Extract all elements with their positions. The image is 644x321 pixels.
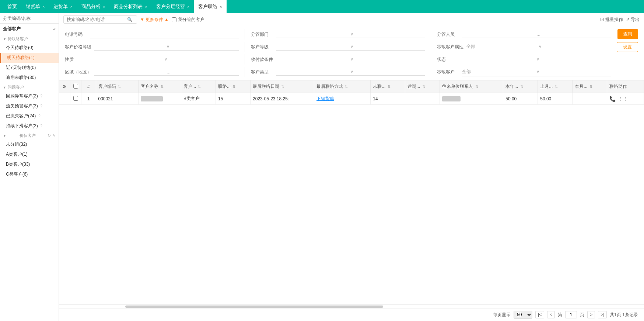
action-menu-icon[interactable]: ⋮⋮	[618, 96, 628, 102]
col-last-contact-method[interactable]: 最后联络方式 ⇅	[314, 80, 371, 93]
status-select[interactable]: ∨	[462, 56, 611, 63]
manager-select[interactable]: …	[462, 31, 611, 38]
main-layout: 🔍 全部客户 « 待联络客户 今天待联络(0) 明天待联络(1) 近7天待联络(…	[0, 13, 644, 321]
last-contact-link[interactable]: 下销货单	[316, 96, 334, 101]
refresh-icon[interactable]: ↻	[48, 133, 51, 138]
filter-more-btn[interactable]: ▼ 更多条件 ▲	[140, 17, 169, 23]
filter-search-icon[interactable]: 🔍	[127, 17, 133, 22]
row-customer-type: B类客户	[181, 93, 216, 105]
scatter-attr-select[interactable]: 全部 ∨	[466, 42, 611, 51]
table-row: 1 000021 B类客户 15 2023-05-23 18:25: 下销货单 …	[59, 93, 644, 105]
horizontal-scrollbar[interactable]	[125, 306, 383, 308]
page-input[interactable]	[565, 311, 577, 318]
action-icons: 📞 ⋮⋮	[609, 96, 641, 102]
set-button[interactable]: 设置	[617, 42, 638, 52]
col-overdue[interactable]: 逾期... ⇅	[405, 80, 440, 93]
col-last-contact-date[interactable]: 最后联络日期 ⇅	[251, 80, 314, 93]
close-sales-icon[interactable]: ×	[42, 4, 45, 9]
close-customer-tier-icon[interactable]: ×	[187, 4, 189, 9]
col-contacts[interactable]: 往来单位联系人 ⇅	[440, 80, 503, 93]
action-phone-icon[interactable]: 📞	[609, 96, 616, 102]
customer-level-select[interactable]: ∨	[276, 43, 425, 51]
filter-search-input[interactable]	[67, 17, 126, 22]
sidebar-item-churn-warning[interactable]: 流失预警客户(3) ?	[0, 101, 59, 111]
region-select[interactable]: …	[94, 69, 239, 76]
scatter-attr-chevron: ∨	[539, 44, 611, 49]
batch-op-label: 批量操作	[605, 17, 623, 23]
sidebar-item-declining[interactable]: 持续下滑客户(2) ?	[0, 121, 59, 131]
region-chevron: …	[167, 70, 239, 74]
sidebar-group-value-label: 价值客户	[20, 133, 36, 138]
select-all-checkbox[interactable]	[73, 84, 78, 89]
col-customer-code[interactable]: 客户编码 ⇅	[96, 80, 139, 93]
sidebar-item-today[interactable]: 今天待联络(0)	[0, 43, 59, 53]
sidebar-item-7days[interactable]: 近7天待联络(0)	[0, 63, 59, 73]
nav-product-analysis[interactable]: 商品分析 ×	[77, 0, 109, 13]
col-customer-type[interactable]: 客户... ⇅	[181, 80, 216, 93]
col-no-contact[interactable]: 未联... ⇅	[371, 80, 405, 93]
sidebar-item-repurchase-abnormal[interactable]: 回购异常客户(2) ?	[0, 91, 59, 101]
sidebar-item-overdue[interactable]: 逾期未联络(30)	[0, 73, 59, 83]
sidebar-item-tomorrow[interactable]: 明天待联络(1)	[0, 53, 59, 63]
sidebar-search-input[interactable]	[3, 16, 58, 21]
scatter-attr-value: 全部	[466, 44, 539, 50]
nature-select[interactable]: ∨	[90, 56, 239, 63]
col-this-month[interactable]: 本月... ⇅	[573, 80, 607, 93]
row-this-year: 50.00	[503, 93, 538, 105]
sidebar-item-churned[interactable]: 已流失客户(24) ?	[0, 111, 59, 121]
scatter-attr-label: 零散客户属性	[437, 44, 463, 50]
export-btn[interactable]: ↗ 导出	[626, 17, 640, 23]
my-customers-checkbox[interactable]	[172, 17, 176, 22]
sort-no-contact-icon: ⇅	[388, 84, 391, 89]
nav-purchase[interactable]: 进货单 ×	[49, 0, 77, 13]
row-index: 1	[81, 93, 96, 105]
query-button[interactable]: 查询	[617, 29, 638, 39]
sidebar-group-value: 价值客户 ↻ ✎	[0, 131, 59, 139]
collapse-icon[interactable]: «	[53, 27, 56, 32]
next-page-btn[interactable]: >	[587, 311, 595, 318]
row-last-contact-method: 下销货单	[314, 93, 371, 105]
my-customers-checkbox-label[interactable]: 我分管的客户	[172, 17, 204, 23]
col-contact-count[interactable]: 联络... ⇅	[216, 80, 251, 93]
col-customer-name[interactable]: 客户名称 ⇅	[139, 80, 181, 93]
prev-page-btn[interactable]: <	[547, 311, 555, 318]
nav-customer-contact[interactable]: 客户联络 ×	[194, 0, 226, 13]
sidebar-item-class-a[interactable]: A类客户(1)	[0, 149, 59, 159]
first-page-btn[interactable]: |<	[535, 311, 544, 318]
field-payment: 收付款条件 ∨	[251, 56, 425, 63]
nav-sales[interactable]: 销货单 ×	[21, 0, 49, 13]
row-checkbox[interactable]	[73, 96, 78, 101]
sidebar-item-class-c[interactable]: C类客户(6)	[0, 169, 59, 179]
scatter-customer-select[interactable]: 全部 ∨	[462, 68, 611, 76]
last-page-btn[interactable]: >|	[598, 311, 607, 318]
payment-label: 收付款条件	[251, 56, 273, 63]
nav-customer-tier[interactable]: 客户分层经营 ×	[152, 0, 194, 13]
sort-overdue-icon: ⇅	[422, 84, 425, 89]
sidebar-all-customers-label: 全部客户	[3, 26, 21, 32]
sidebar-item-class-b[interactable]: B类客户(33)	[0, 159, 59, 169]
close-product-analysis-icon[interactable]: ×	[103, 4, 105, 9]
field-scatter-customer: 零散客户 全部 ∨	[437, 68, 611, 76]
batch-op-btn[interactable]: ☑ 批量操作	[600, 17, 623, 23]
sidebar-all-customers[interactable]: 全部客户 «	[0, 24, 59, 34]
col-this-year[interactable]: 本年... ⇅	[503, 80, 538, 93]
dept-select[interactable]: ∨	[276, 31, 425, 38]
edit-icon[interactable]: ✎	[52, 133, 56, 138]
col-last-month[interactable]: 上月... ⇅	[538, 80, 573, 93]
sidebar-item-ungrouped[interactable]: 未分组(32)	[0, 139, 59, 149]
nav-product-analysis-list[interactable]: 商品分析列表 ×	[109, 0, 151, 13]
nav-home[interactable]: 首页	[3, 0, 21, 13]
col-settings[interactable]: ⚙	[59, 80, 70, 93]
close-product-analysis-list-icon[interactable]: ×	[145, 4, 147, 9]
row-customer-code: 000021	[96, 93, 139, 105]
payment-select[interactable]: ∨	[276, 56, 425, 63]
price-level-select[interactable]: ∨	[94, 43, 239, 51]
phone-input[interactable]	[90, 31, 239, 38]
row-check	[70, 93, 81, 105]
row-customer-name	[139, 93, 181, 105]
close-purchase-icon[interactable]: ×	[70, 4, 72, 9]
customer-type-select[interactable]: ∨	[276, 68, 425, 76]
help-icon-declining: ?	[40, 124, 42, 128]
close-customer-contact-icon[interactable]: ×	[220, 4, 222, 9]
per-page-select[interactable]: 50 10 20 100	[514, 311, 532, 319]
